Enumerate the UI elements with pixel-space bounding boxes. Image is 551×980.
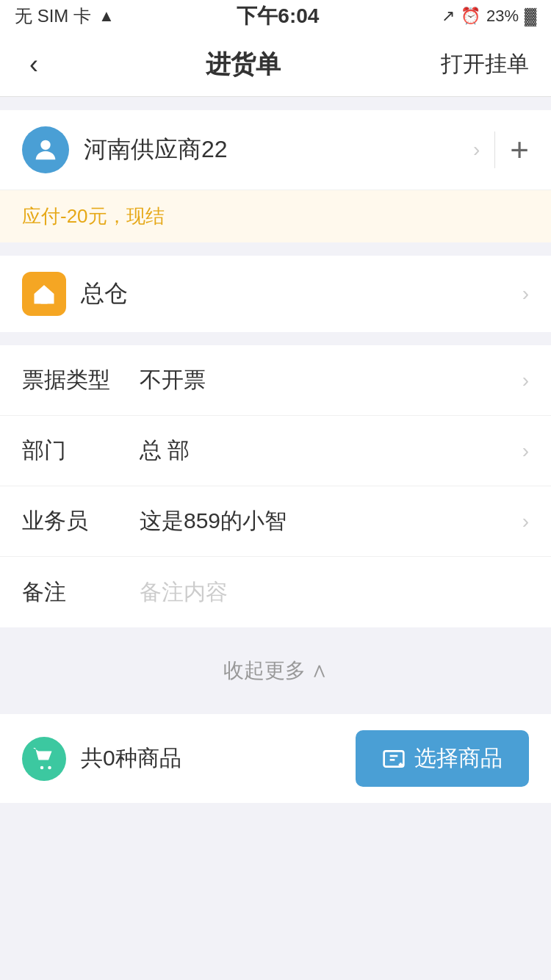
collapse-row[interactable]: 收起更多 ∧ bbox=[0, 641, 551, 701]
invoice-type-label: 票据类型 bbox=[22, 365, 125, 395]
battery-icon: ▓ bbox=[525, 7, 536, 26]
select-product-icon bbox=[382, 747, 406, 771]
remark-label: 备注 bbox=[22, 577, 125, 608]
salesperson-row[interactable]: 业务员 这是859的小智 › bbox=[0, 486, 551, 557]
salesperson-chevron-icon: › bbox=[522, 510, 529, 533]
invoice-type-chevron-icon: › bbox=[522, 369, 529, 392]
back-button[interactable]: ‹ bbox=[22, 42, 46, 87]
wifi-icon: ▲ bbox=[98, 7, 115, 26]
warehouse-row[interactable]: 总仓 › bbox=[0, 256, 551, 332]
nav-bar: ‹ 进货单 打开挂单 bbox=[0, 32, 551, 97]
select-product-label: 选择商品 bbox=[414, 743, 503, 774]
open-pending-button[interactable]: 打开挂单 bbox=[441, 49, 529, 79]
remark-row[interactable]: 备注 备注内容 bbox=[0, 557, 551, 627]
bottom-area bbox=[0, 803, 551, 980]
salesperson-value: 这是859的小智 bbox=[125, 506, 522, 536]
select-product-button[interactable]: 选择商品 bbox=[356, 730, 529, 787]
warehouse-name: 总仓 bbox=[81, 278, 522, 310]
status-time: 下午6:04 bbox=[237, 2, 319, 30]
department-value: 总 部 bbox=[125, 436, 522, 466]
department-label: 部门 bbox=[22, 436, 125, 466]
page-title: 进货单 bbox=[206, 48, 281, 82]
supplier-row[interactable]: 河南供应商22 › + bbox=[0, 110, 551, 190]
battery-label: 23% bbox=[486, 7, 519, 26]
svg-point-0 bbox=[40, 140, 50, 150]
cart-icon bbox=[31, 746, 57, 772]
status-carrier: 无 SIM 卡 ▲ bbox=[15, 4, 115, 28]
svg-point-2 bbox=[40, 765, 44, 769]
warehouse-section: 总仓 › bbox=[0, 256, 551, 332]
warehouse-chevron-icon: › bbox=[522, 282, 529, 306]
person-icon bbox=[31, 135, 60, 165]
status-bar: 无 SIM 卡 ▲ 下午6:04 ↗ ⏰ 23% ▓ bbox=[0, 0, 551, 32]
invoice-type-row[interactable]: 票据类型 不开票 › bbox=[0, 345, 551, 416]
supplier-avatar bbox=[22, 126, 69, 173]
notice-bar: 应付-20元，现结 bbox=[0, 190, 551, 242]
warehouse-icon-bg bbox=[22, 272, 66, 316]
collapse-label: 收起更多 ∧ bbox=[223, 659, 328, 682]
supplier-section: 河南供应商22 › + 应付-20元，现结 bbox=[0, 110, 551, 242]
remark-input[interactable]: 备注内容 bbox=[125, 577, 529, 608]
invoice-type-value: 不开票 bbox=[125, 365, 522, 395]
carrier-label: 无 SIM 卡 bbox=[15, 4, 91, 28]
product-count-label: 共0种商品 bbox=[81, 743, 356, 774]
product-icon-bg bbox=[22, 737, 66, 781]
content-area: 河南供应商22 › + 应付-20元，现结 总仓 › 票据类型 不开票 › bbox=[0, 110, 551, 980]
add-supplier-button[interactable]: + bbox=[494, 131, 529, 168]
alarm-icon: ⏰ bbox=[461, 7, 480, 26]
svg-point-3 bbox=[48, 765, 51, 769]
home-icon bbox=[31, 281, 57, 307]
product-section: 共0种商品 选择商品 bbox=[0, 714, 551, 803]
supplier-name: 河南供应商22 bbox=[84, 134, 473, 166]
notice-text: 应付-20元，现结 bbox=[22, 205, 165, 227]
supplier-chevron-icon: › bbox=[473, 138, 480, 162]
location-icon: ↗ bbox=[442, 7, 455, 26]
department-chevron-icon: › bbox=[522, 439, 529, 463]
department-row[interactable]: 部门 总 部 › bbox=[0, 416, 551, 486]
form-section: 票据类型 不开票 › 部门 总 部 › 业务员 这是859的小智 › 备注 备注… bbox=[0, 345, 551, 627]
status-indicators: ↗ ⏰ 23% ▓ bbox=[442, 7, 536, 26]
salesperson-label: 业务员 bbox=[22, 506, 125, 536]
svg-rect-1 bbox=[41, 298, 48, 304]
